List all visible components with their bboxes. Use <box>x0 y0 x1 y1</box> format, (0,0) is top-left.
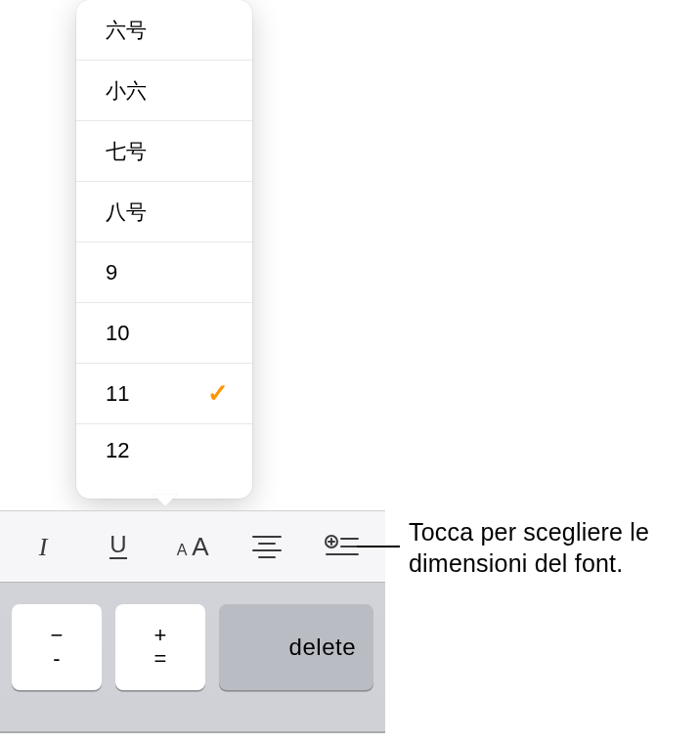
plus-equals-key[interactable]: + = <box>115 604 205 690</box>
callout-leader-line <box>357 546 400 547</box>
size-label: 七号 <box>106 138 147 165</box>
size-option[interactable]: 10 <box>76 303 252 364</box>
key-symbol-top: − <box>51 625 64 646</box>
size-option[interactable]: 七号 <box>76 121 252 182</box>
delete-key[interactable]: delete <box>219 604 373 690</box>
size-label: 八号 <box>106 198 147 226</box>
size-option-selected[interactable]: 11 ✓ <box>76 364 252 424</box>
key-symbol-bottom: = <box>154 648 167 670</box>
size-label: 10 <box>106 321 129 346</box>
size-label: 9 <box>106 260 117 285</box>
checkmark-icon: ✓ <box>207 378 229 409</box>
underline-button[interactable]: U <box>80 517 154 576</box>
size-label: 六号 <box>106 17 147 44</box>
size-label: 12 <box>106 438 129 463</box>
popover-arrow-icon <box>153 494 178 507</box>
size-option[interactable]: 12 <box>76 424 252 475</box>
size-option[interactable]: 9 <box>76 242 252 303</box>
font-size-popover: 六号 小六 七号 八号 9 10 11 ✓ 12 <box>76 0 252 499</box>
size-label: 11 <box>106 381 129 407</box>
delete-label: delete <box>289 634 356 661</box>
svg-text:A: A <box>177 542 188 558</box>
svg-text:I: I <box>38 533 49 561</box>
phone-area: 六号 小六 七号 八号 9 10 11 ✓ 12 <box>0 0 385 744</box>
size-option[interactable]: 小六 <box>76 61 252 121</box>
size-label: 小六 <box>106 77 147 105</box>
minus-key[interactable]: − - <box>12 604 102 690</box>
key-symbol-bottom: - <box>53 648 60 670</box>
format-toolbar: I U AA <box>0 510 385 583</box>
size-option[interactable]: 八号 <box>76 182 252 242</box>
size-option[interactable]: 六号 <box>76 0 252 61</box>
svg-text:A: A <box>192 532 209 561</box>
svg-text:U: U <box>109 531 126 557</box>
callout-text: Tocca per scegliere le dimensioni del fo… <box>409 516 692 579</box>
alignment-button[interactable] <box>230 517 304 576</box>
keyboard-row: − - + = delete <box>0 583 385 733</box>
key-symbol-top: + <box>154 625 167 646</box>
italic-button[interactable]: I <box>6 517 80 576</box>
font-size-button[interactable]: AA <box>155 517 230 576</box>
font-size-list[interactable]: 六号 小六 七号 八号 9 10 11 ✓ 12 <box>76 0 252 499</box>
